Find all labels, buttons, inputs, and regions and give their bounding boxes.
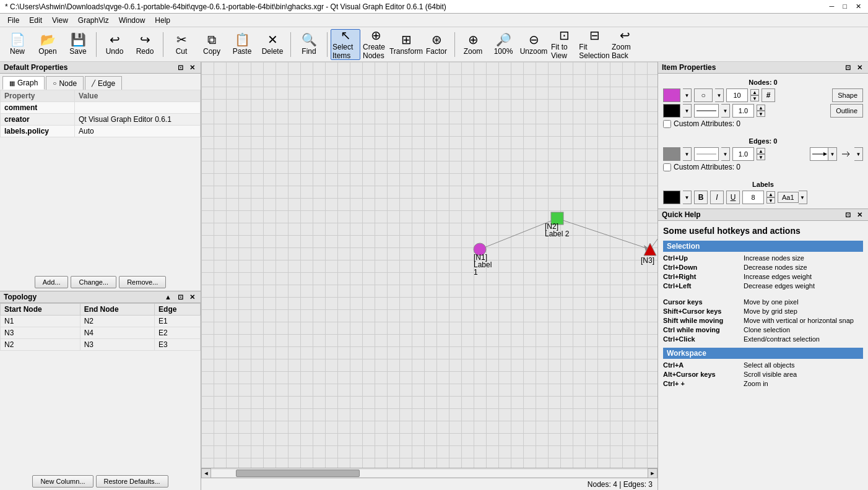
undo-button[interactable]: ↩ Undo bbox=[100, 29, 129, 60]
italic-button[interactable]: I bbox=[710, 191, 724, 204]
find-button[interactable]: 🔍 Find bbox=[294, 29, 324, 60]
fit-to-view-button[interactable]: ⊡ Fit to View bbox=[549, 29, 579, 60]
edge-weight-input[interactable] bbox=[732, 147, 754, 161]
tab-graph[interactable]: ▦ Graph bbox=[2, 76, 45, 90]
quick-help-header: Quick Help ⊡ ✕ bbox=[658, 209, 868, 221]
fit-selection-button[interactable]: ⊟ Fit Selection bbox=[579, 29, 609, 60]
quick-help-restore-btn[interactable]: ⊡ bbox=[843, 211, 853, 219]
node-outline-weight-up[interactable]: ▲ bbox=[757, 105, 765, 111]
zoom-100-button[interactable]: 🔎 100% bbox=[488, 29, 518, 60]
restore-defaults-button[interactable]: Restore Defaults... bbox=[96, 475, 168, 488]
menu-window[interactable]: Window bbox=[114, 15, 150, 26]
unzoom-button[interactable]: ⊖ Unzoom bbox=[519, 29, 549, 60]
node-size-down[interactable]: ▼ bbox=[750, 95, 759, 101]
edge-custom-attrs-checkbox[interactable] bbox=[663, 163, 671, 171]
new-column-button[interactable]: New Column... bbox=[32, 475, 93, 488]
menu-graphviz[interactable]: GraphViz bbox=[73, 15, 114, 26]
outline-button[interactable]: Outline bbox=[830, 104, 863, 118]
edge-color-dropdown[interactable]: ▼ bbox=[683, 147, 692, 161]
prop-value-labels-policy[interactable]: Auto bbox=[75, 126, 201, 137]
node-outline-weight-down[interactable]: ▼ bbox=[757, 111, 765, 117]
prop-value-comment[interactable] bbox=[75, 102, 201, 114]
underline-button[interactable]: U bbox=[726, 191, 740, 204]
change-button[interactable]: Change... bbox=[71, 276, 116, 288]
topology-close-btn[interactable]: ✕ bbox=[188, 293, 197, 301]
menu-view[interactable]: View bbox=[47, 15, 73, 26]
create-nodes-button[interactable]: ⊕ Create Nodes bbox=[361, 29, 391, 60]
open-label: Open bbox=[38, 47, 56, 56]
select-items-button[interactable]: ↖ Select Items bbox=[331, 29, 360, 60]
node-outline-color-swatch[interactable] bbox=[663, 104, 680, 118]
label-color-swatch[interactable] bbox=[663, 191, 680, 204]
nodes-section: Nodes: 0 ▼ ○ ▼ ▲ ▼ # Shape bbox=[658, 74, 868, 132]
node-size-input[interactable] bbox=[726, 88, 748, 102]
h-scroll-thumb[interactable] bbox=[236, 470, 360, 477]
redo-button[interactable]: ↪ Redo bbox=[130, 29, 160, 60]
node-custom-attrs-checkbox[interactable] bbox=[663, 120, 671, 128]
edge-color-swatch[interactable] bbox=[663, 147, 680, 161]
new-button[interactable]: 📄 New bbox=[2, 29, 32, 60]
node-hash-btn[interactable]: # bbox=[762, 88, 775, 102]
zoom-in-button[interactable]: ⊕ Zoom bbox=[458, 29, 488, 60]
item-props-close-btn[interactable]: ✕ bbox=[855, 64, 864, 72]
node-size-up[interactable]: ▲ bbox=[750, 89, 759, 95]
node-outline-weight-input[interactable] bbox=[732, 104, 754, 118]
scroll-right-btn[interactable]: ► bbox=[648, 468, 658, 478]
node-color-swatch[interactable] bbox=[663, 88, 680, 102]
paste-button[interactable]: 📋 Paste bbox=[227, 29, 257, 60]
graph-canvas[interactable]: [N1] Label 1 [N2] Label 2 [N3] [N4] bbox=[201, 62, 658, 468]
menu-edit[interactable]: Edit bbox=[24, 15, 47, 26]
tab-node[interactable]: ○ Node bbox=[46, 76, 84, 90]
label-size-down[interactable]: ▼ bbox=[766, 197, 775, 204]
menu-help[interactable]: Help bbox=[150, 15, 175, 26]
graph-svg: [N1] Label 1 [N2] Label 2 [N3] [N4] bbox=[201, 62, 658, 468]
label-size-input[interactable] bbox=[742, 191, 764, 204]
copy-button[interactable]: ⧉ Copy bbox=[197, 29, 227, 60]
delete-button[interactable]: ✕ Delete bbox=[258, 29, 287, 60]
remove-button[interactable]: Remove... bbox=[119, 276, 166, 288]
add-button[interactable]: Add... bbox=[35, 276, 69, 288]
node-shape-dropdown[interactable]: ▼ bbox=[715, 88, 724, 102]
node-outline-line-dropdown[interactable]: ▼ bbox=[721, 104, 730, 118]
label-size-up[interactable]: ▲ bbox=[766, 191, 775, 197]
close-button[interactable]: ✕ bbox=[853, 2, 863, 12]
default-props-close-btn[interactable]: ✕ bbox=[188, 64, 197, 72]
horizontal-scrollbar[interactable]: ◄ ► bbox=[201, 468, 658, 478]
zoom-back-button[interactable]: ↩ Zoom Back bbox=[610, 29, 640, 60]
node-shape-selector[interactable]: ○ bbox=[694, 88, 713, 102]
prop-value-creator[interactable]: Qt Visual Graph Editor 0.6.1 bbox=[75, 114, 201, 126]
maximize-button[interactable]: □ bbox=[840, 1, 850, 11]
edge-custom-attrs-row: Custom Attributes: 0 bbox=[663, 163, 863, 171]
bold-button[interactable]: B bbox=[694, 191, 708, 204]
qh-shift-cursor-desc: Move by grid step bbox=[744, 307, 797, 315]
edge-end-style-dropdown[interactable]: ▼ bbox=[828, 147, 837, 161]
default-props-restore-btn[interactable]: ⊡ bbox=[176, 64, 185, 72]
edge-direction-dropdown[interactable]: ▼ bbox=[854, 147, 863, 161]
save-button[interactable]: 💾 Save bbox=[63, 29, 93, 60]
quick-help-close-btn[interactable]: ✕ bbox=[855, 211, 864, 219]
scroll-left-btn[interactable]: ◄ bbox=[201, 468, 211, 478]
transform-button[interactable]: ⊞ Transform bbox=[391, 29, 421, 60]
edge-weight-up[interactable]: ▲ bbox=[757, 148, 765, 154]
node-color-dropdown[interactable]: ▼ bbox=[683, 88, 692, 102]
cut-button[interactable]: ✂ Cut bbox=[167, 29, 196, 60]
label-color-dropdown[interactable]: ▼ bbox=[683, 191, 692, 204]
tab-edge[interactable]: ╱ Edge bbox=[85, 76, 122, 90]
node-outline-color-dropdown[interactable]: ▼ bbox=[683, 104, 692, 118]
topology-up-btn[interactable]: ▲ bbox=[163, 293, 173, 301]
shape-button[interactable]: Shape bbox=[832, 88, 863, 102]
qh-alt-cursor-key: Alt+Cursor keys bbox=[663, 371, 744, 378]
minimize-button[interactable]: ─ bbox=[827, 1, 836, 11]
factor-label: Factor bbox=[426, 47, 447, 56]
menu-file[interactable]: File bbox=[2, 15, 24, 26]
qh-ctrl-a-key: Ctrl+A bbox=[663, 361, 744, 369]
qh-alt-cursor: Alt+Cursor keys Scroll visible area bbox=[663, 371, 863, 378]
factor-button[interactable]: ⊛ Factor bbox=[422, 29, 451, 60]
item-props-restore-btn[interactable]: ⊡ bbox=[843, 64, 853, 72]
topology-restore-btn[interactable]: ⊡ bbox=[176, 293, 185, 301]
quick-help-content: Some useful hotkeys and actions Selectio… bbox=[658, 221, 868, 490]
edge-line-dropdown[interactable]: ▼ bbox=[721, 147, 730, 161]
edge-weight-down[interactable]: ▼ bbox=[757, 154, 765, 160]
open-button[interactable]: 📂 Open bbox=[33, 29, 63, 60]
font-preset-dropdown[interactable]: ▼ bbox=[799, 191, 807, 204]
